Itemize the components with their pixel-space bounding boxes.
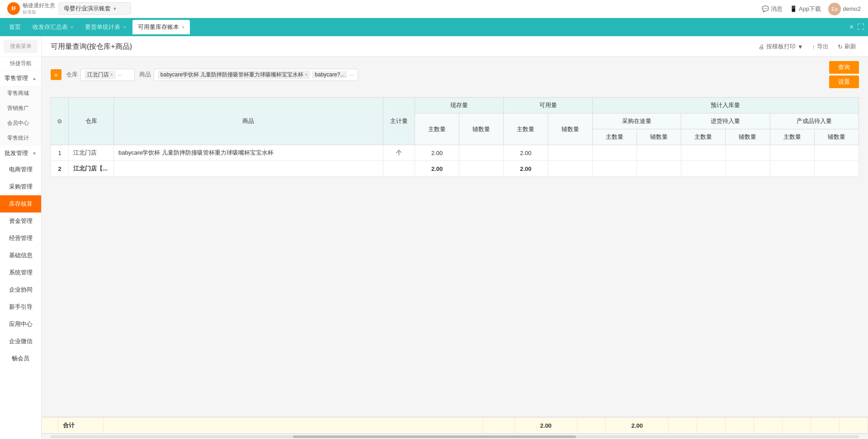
- cell-warehouse-1: 江北门店: [69, 145, 114, 161]
- refresh-icon: ↻: [838, 43, 843, 50]
- sidebar-item-retail-mgmt[interactable]: 零售管理 ▲: [0, 71, 41, 86]
- cell-seq-2: 2: [51, 161, 69, 177]
- warehouse-more-icon[interactable]: ···: [118, 71, 123, 78]
- col-stock-header: 现存量: [415, 98, 503, 113]
- avatar: Ea: [828, 3, 841, 15]
- print-icon: 🖨: [759, 43, 764, 50]
- cell-incoming-main-1: [681, 145, 726, 161]
- export-label: 导出: [817, 42, 829, 51]
- close-all-tabs-button[interactable]: ×: [849, 23, 854, 31]
- sidebar-item-retail-mall[interactable]: 零售商城: [0, 86, 41, 101]
- sidebar-item-wechat[interactable]: 企业微信: [0, 333, 41, 350]
- tab-inventory-label: 可用量库存账本: [138, 23, 179, 31]
- query-button[interactable]: 查询: [829, 61, 859, 74]
- cell-avail-aux-2: [548, 161, 592, 177]
- org-selector[interactable]: 母婴行业演示账套 ▼: [59, 2, 131, 15]
- home-label: 首页: [9, 23, 21, 31]
- footer-avail-main: 2.00: [606, 418, 669, 434]
- chevron-icon: ▲: [32, 76, 37, 81]
- sidebar-item-collab[interactable]: 企业协同: [0, 281, 41, 298]
- page-title: 可用量查询(按仓库+商品): [51, 42, 132, 52]
- table-row: 2 江北门店【... 2.00 2.00: [51, 161, 859, 177]
- table-row: 1 江北门店 babycare学饮杯 儿童防摔防撞吸管杯重力球吸嘴杯宝宝水杯 个…: [51, 145, 859, 161]
- col-product-aux: 辅数量: [814, 129, 859, 145]
- sidebar-item-batch-mgmt[interactable]: 批发管理 ▼: [0, 146, 41, 161]
- table-body: 1 江北门店 babycare学饮杯 儿童防摔防撞吸管杯重力球吸嘴杯宝宝水杯 个…: [51, 145, 859, 177]
- cell-product-main-1: [770, 145, 814, 161]
- cell-stock-main-2: 2.00: [415, 161, 459, 177]
- app-label: App下载: [799, 5, 821, 13]
- search-menu-button[interactable]: 搜索菜单: [4, 40, 38, 53]
- cell-stock-aux-1: [459, 145, 504, 161]
- tab-inventory-close[interactable]: ×: [182, 24, 184, 30]
- col-stock-aux: 辅数量: [459, 113, 504, 145]
- org-name: 母婴行业演示账套: [64, 5, 111, 13]
- footer-purchase-aux: [726, 418, 754, 434]
- top-bar: 好 畅捷通好生意 标准版 母婴行业演示账套 ▼ 💬 消息 📱 App下载 Ea …: [0, 0, 868, 18]
- tab-income-close[interactable]: ×: [71, 24, 73, 30]
- cell-avail-main-1: 2.00: [504, 145, 548, 161]
- sidebar-sub-retail: 零售商城 营销推广 会员中心 零售统计: [0, 86, 41, 146]
- product-tag-2-text: babycare?...: [315, 71, 344, 78]
- export-button[interactable]: ↑ 导出: [810, 41, 832, 52]
- fullscreen-button[interactable]: ⛶: [857, 23, 864, 31]
- user-area[interactable]: Ea demo2: [828, 3, 861, 15]
- scrollbar-thumb: [293, 435, 576, 438]
- chevron-down-print-icon: ▼: [797, 43, 803, 50]
- sidebar-item-marketing[interactable]: 营销推广: [0, 101, 41, 116]
- tab-order[interactable]: 要货单统计表 ×: [80, 20, 131, 34]
- product-input[interactable]: babycare学饮杯 儿童防摔防撞吸管杯重力球吸嘴杯宝宝水杯 × babyca…: [154, 69, 358, 81]
- tab-order-close[interactable]: ×: [123, 24, 126, 30]
- cell-unit-2: [383, 161, 415, 177]
- refresh-button[interactable]: ↻ 刷新: [835, 41, 859, 52]
- logo-icon: 好: [7, 2, 20, 15]
- sidebar-item-guide[interactable]: 新手引导: [0, 298, 41, 316]
- print-button[interactable]: 🖨 按模板打印 ▼: [756, 41, 806, 52]
- filter-expand-button[interactable]: »: [51, 69, 61, 80]
- main-layout: 搜索菜单 快捷导航 零售管理 ▲ 零售商城 营销推广 会员中心 零售统计 批发管…: [0, 36, 868, 439]
- logo-sub: 标准版: [23, 9, 55, 15]
- tab-income[interactable]: 收发存汇总表 ×: [27, 20, 79, 34]
- settings-button[interactable]: 设置: [829, 76, 859, 88]
- tab-inventory[interactable]: 可用量库存账本 ×: [132, 20, 190, 34]
- sidebar-item-vip[interactable]: 畅会员: [0, 350, 41, 367]
- sidebar-item-retail-stats[interactable]: 零售统计: [0, 131, 41, 146]
- warehouse-filter-group: 仓库 江北门店 × ···: [66, 69, 135, 81]
- sidebar-item-appstore[interactable]: 应用中心: [0, 316, 41, 333]
- warehouse-tag-remove[interactable]: ×: [110, 72, 113, 77]
- logo-text: 畅捷通好生意: [23, 2, 55, 9]
- product-tag-1: babycare学饮杯 儿童防摔防撞吸管杯重力球吸嘴杯宝宝水杯 ×: [158, 71, 311, 79]
- horizontal-scrollbar[interactable]: [51, 435, 859, 438]
- footer-empty-2: [104, 418, 483, 434]
- app-download-button[interactable]: 📱 App下载: [790, 5, 821, 13]
- product-tag-1-remove[interactable]: ×: [305, 72, 308, 77]
- sidebar-quick-nav[interactable]: 快捷导航: [0, 57, 41, 71]
- top-bar-left: 好 畅捷通好生意 标准版 母婴行业演示账套 ▼: [7, 2, 131, 15]
- refresh-label: 刷新: [844, 42, 856, 51]
- sidebar-item-ops[interactable]: 经营管理: [0, 230, 41, 247]
- col-purchase-aux: 辅数量: [637, 129, 681, 145]
- sidebar-search-area: 搜索菜单: [0, 36, 41, 57]
- col-incoming-aux: 辅数量: [726, 129, 770, 145]
- sidebar-item-purchase[interactable]: 采购管理: [0, 178, 41, 195]
- message-button[interactable]: 💬 消息: [762, 5, 783, 13]
- col-settings-header[interactable]: ⚙: [51, 98, 69, 145]
- sidebar-item-basic[interactable]: 基础信息: [0, 247, 41, 264]
- warehouse-input[interactable]: 江北门店 × ···: [80, 69, 135, 81]
- nav-tabs-right: × ⛶: [849, 23, 864, 31]
- product-more-icon[interactable]: ···: [349, 71, 354, 78]
- cell-stock-aux-2: [459, 161, 504, 177]
- settings-icon: ⚙: [56, 117, 64, 125]
- print-label: 按模板打印: [766, 42, 796, 51]
- sidebar-item-member[interactable]: 会员中心: [0, 116, 41, 131]
- sidebar-item-finance[interactable]: 资金管理: [0, 212, 41, 230]
- footer-incoming-aux: [783, 418, 811, 434]
- sidebar-item-ecommerce[interactable]: 电商管理: [0, 161, 41, 178]
- cell-purchase-main-1: [592, 145, 637, 161]
- tab-home[interactable]: 首页: [4, 20, 26, 34]
- col-purchase-header: 采购在途量: [592, 113, 681, 129]
- sidebar-item-inventory[interactable]: 库存核算: [0, 195, 41, 212]
- sidebar-item-sys[interactable]: 系统管理: [0, 264, 41, 281]
- footer-row: 合计 2.00 2.00: [42, 418, 868, 434]
- product-filter-label: 商品: [139, 71, 151, 79]
